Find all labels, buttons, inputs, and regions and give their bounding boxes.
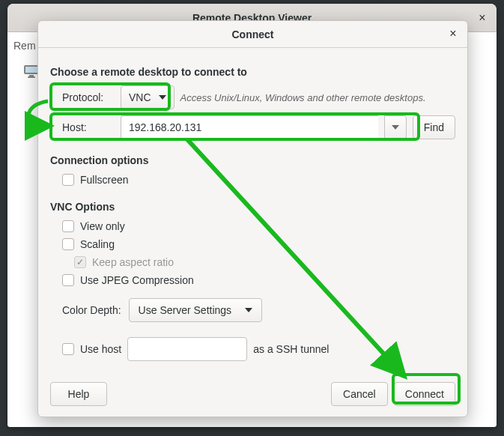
dialog-body: Choose a remote desktop to connect to Pr… — [38, 48, 467, 417]
protocol-label: Protocol: — [62, 91, 115, 103]
host-label: Host: — [62, 121, 115, 133]
protocol-combo[interactable]: VNC — [121, 85, 174, 109]
svg-rect-1 — [25, 67, 37, 73]
svg-rect-2 — [29, 75, 34, 76]
ssh-suffix-label: as a SSH tunnel — [253, 343, 329, 355]
chevron-down-icon — [392, 125, 399, 130]
close-icon: × — [449, 27, 456, 40]
protocol-value: VNC — [129, 91, 151, 103]
chevron-down-icon — [245, 308, 252, 312]
connect-dialog: Connect × Choose a remote desktop to con… — [37, 20, 468, 417]
host-input-container — [121, 115, 378, 139]
jpeg-checkbox[interactable] — [62, 274, 74, 286]
main-window-close-button[interactable]: × — [473, 8, 492, 28]
choose-heading: Choose a remote desktop to connect to — [50, 66, 455, 78]
view-only-label[interactable]: View only — [80, 220, 125, 232]
color-depth-select[interactable]: Use Server Settings — [129, 298, 263, 322]
jpeg-label[interactable]: Use JPEG Compression — [80, 274, 194, 286]
main-menu-fragment: Rem — [13, 40, 36, 52]
scaling-label[interactable]: Scaling — [80, 238, 115, 250]
close-icon: × — [479, 11, 485, 25]
view-only-checkbox[interactable] — [62, 220, 74, 232]
ssh-host-container — [127, 337, 247, 361]
host-recent-dropdown[interactable] — [384, 115, 407, 139]
find-button[interactable]: Find — [413, 115, 455, 139]
ssh-prefix-label[interactable]: Use host — [80, 343, 121, 355]
keep-aspect-checkbox — [74, 256, 86, 268]
host-input[interactable] — [127, 116, 372, 139]
scaling-checkbox[interactable] — [62, 238, 74, 250]
fullscreen-checkbox[interactable] — [62, 174, 74, 186]
dialog-close-button[interactable]: × — [443, 24, 463, 43]
ssh-host-input[interactable] — [134, 338, 240, 360]
connect-button[interactable]: Connect — [394, 382, 455, 406]
dialog-titlebar: Connect × — [38, 21, 467, 48]
ssh-checkbox[interactable] — [62, 343, 74, 355]
fullscreen-label[interactable]: Fullscreen — [80, 174, 129, 186]
color-depth-label: Color Depth: — [62, 304, 121, 316]
vnc-options-heading: VNC Options — [50, 201, 455, 213]
keep-aspect-label: Keep aspect ratio — [92, 256, 174, 268]
help-button[interactable]: Help — [50, 382, 107, 406]
protocol-hint: Access Unix/Linux, Windows and other rem… — [180, 92, 426, 103]
connection-options-heading: Connection options — [50, 154, 455, 166]
dialog-title: Connect — [232, 28, 274, 40]
color-depth-value: Use Server Settings — [139, 304, 232, 316]
svg-rect-3 — [28, 76, 35, 78]
cancel-button[interactable]: Cancel — [331, 382, 388, 406]
chevron-down-icon — [159, 95, 166, 100]
